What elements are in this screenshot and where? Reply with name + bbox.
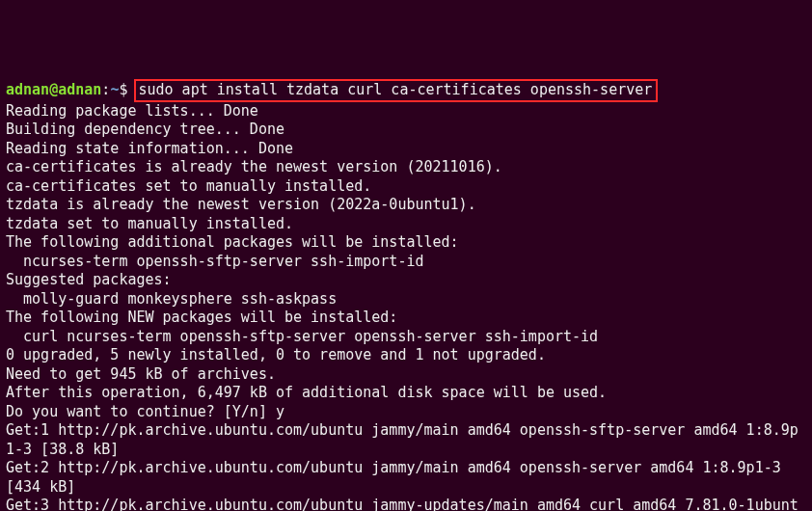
output-line: Reading package lists... Done	[6, 102, 806, 121]
output-line: ca-certificates set to manually installe…	[6, 177, 806, 197]
output-line: curl ncurses-term openssh-sftp-server op…	[6, 328, 806, 347]
output-line: Reading state information... Done	[6, 140, 806, 159]
output-line: tzdata set to manually installed.	[6, 215, 806, 234]
prompt-at: @	[49, 81, 58, 98]
output-line: Building dependency tree... Done	[6, 121, 806, 140]
highlighted-command: sudo apt install tzdata curl ca-certific…	[134, 79, 658, 102]
output-line: Get:3 http://pk.archive.ubuntu.com/ubunt…	[6, 497, 806, 511]
output-line: tzdata is already the newest version (20…	[6, 196, 806, 215]
output-line: ca-certificates is already the newest ve…	[6, 158, 806, 177]
output-line: The following NEW packages will be insta…	[6, 309, 806, 328]
output-line: ncurses-term openssh-sftp-server ssh-imp…	[6, 253, 806, 272]
prompt-host: adnan	[58, 81, 101, 98]
output-line: Need to get 945 kB of archives.	[6, 365, 806, 385]
terminal-prompt-line[interactable]: adnan@adnan:~$ sudo apt install tzdata c…	[6, 79, 806, 102]
output-line: Get:2 http://pk.archive.ubuntu.com/ubunt…	[6, 459, 806, 497]
prompt-dollar: $	[119, 81, 127, 98]
prompt-user: adnan	[6, 81, 49, 98]
output-line: Do you want to continue? [Y/n] y	[6, 403, 806, 422]
command-text: sudo apt install tzdata curl ca-certific…	[138, 81, 652, 98]
output-line: The following additional packages will b…	[6, 233, 806, 253]
output-line: 0 upgraded, 5 newly installed, 0 to remo…	[6, 346, 806, 365]
terminal-output: Reading package lists... DoneBuilding de…	[6, 102, 806, 512]
output-line: Suggested packages:	[6, 271, 806, 290]
output-line: After this operation, 6,497 kB of additi…	[6, 384, 806, 403]
output-line: Get:1 http://pk.archive.ubuntu.com/ubunt…	[6, 421, 806, 459]
output-line: molly-guard monkeysphere ssh-askpass	[6, 290, 806, 309]
